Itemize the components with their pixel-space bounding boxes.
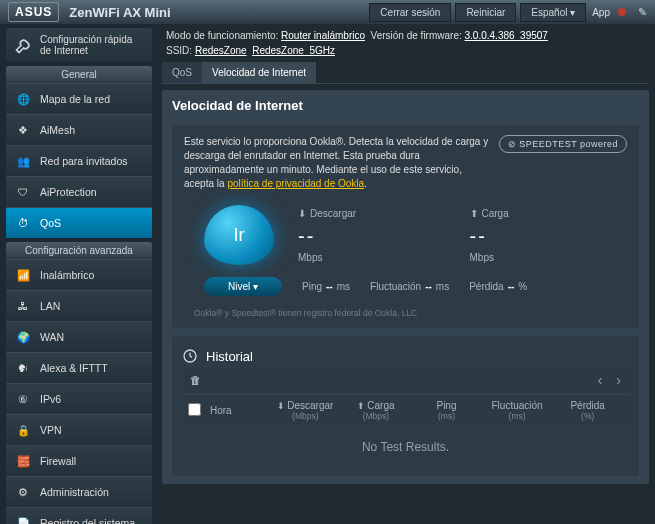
app-link[interactable]: App bbox=[592, 7, 610, 18]
mode-link[interactable]: Router inalámbrico bbox=[281, 30, 365, 41]
history-icon bbox=[182, 348, 198, 364]
sidebar-item-qos[interactable]: ⏱QoS bbox=[6, 207, 152, 238]
quick-internet-setup[interactable]: Configuración rápida de Internet bbox=[6, 28, 152, 62]
history-next-button[interactable]: › bbox=[616, 372, 621, 388]
wrench-icon bbox=[14, 35, 34, 55]
top-bar: ASUS ZenWiFi AX Mini Cerrar sesión Reini… bbox=[0, 0, 655, 24]
speed-panel: Velocidad de Internet Este servicio lo p… bbox=[162, 90, 649, 484]
sidebar-item-firewall[interactable]: 🧱Firewall bbox=[6, 445, 152, 476]
no-results-text: No Test Results. bbox=[182, 426, 629, 468]
sidebar: Configuración rápida de Internet General… bbox=[0, 24, 156, 524]
firewall-icon: 🧱 bbox=[14, 452, 32, 470]
shield-icon: 🛡 bbox=[14, 183, 32, 201]
history-header-row: Hora ⬇Descargar(Mbps) ⬆Carga(Mbps) Ping(… bbox=[182, 394, 629, 426]
sidebar-item-lan[interactable]: 🖧LAN bbox=[6, 290, 152, 321]
sidebar-item-guest-network[interactable]: 👥Red para invitados bbox=[6, 145, 152, 176]
sidebar-item-admin[interactable]: ⚙Administración bbox=[6, 476, 152, 507]
sidebar-item-syslog[interactable]: 📄Registro del sistema bbox=[6, 507, 152, 524]
model-name: ZenWiFi AX Mini bbox=[69, 5, 365, 20]
jitter-metric: Fluctuación -- ms bbox=[370, 281, 449, 292]
lan-icon: 🖧 bbox=[14, 297, 32, 315]
level-button[interactable]: Nivel ▾ bbox=[204, 277, 282, 296]
upload-metric: ⬆Carga -- Mbps bbox=[470, 208, 618, 263]
main-content: Modo de funcionamiento: Router inalámbri… bbox=[156, 24, 655, 524]
history-title: Historial bbox=[206, 349, 253, 364]
sidebar-item-aiprotection[interactable]: 🛡AiProtection bbox=[6, 176, 152, 207]
upload-value: -- bbox=[470, 225, 618, 248]
wan-icon: 🌍 bbox=[14, 328, 32, 346]
delete-history-button[interactable]: 🗑 bbox=[190, 374, 201, 386]
ookla-privacy-link[interactable]: política de privacidad de Ookla bbox=[227, 178, 364, 189]
history-prev-button[interactable]: ‹ bbox=[598, 372, 603, 388]
upload-arrow-icon: ⬆ bbox=[470, 208, 478, 219]
brand-logo: ASUS bbox=[8, 2, 59, 22]
panel-title: Velocidad de Internet bbox=[172, 98, 639, 117]
sidebar-item-vpn[interactable]: 🔒VPN bbox=[6, 414, 152, 445]
sidebar-item-network-map[interactable]: 🌐Mapa de la red bbox=[6, 83, 152, 114]
globe-icon: 🌐 bbox=[14, 90, 32, 108]
sidebar-item-wan[interactable]: 🌍WAN bbox=[6, 321, 152, 352]
sidebar-item-wireless[interactable]: 📶Inalámbrico bbox=[6, 259, 152, 290]
feedback-icon[interactable]: ✎ bbox=[638, 6, 647, 19]
download-arrow-icon: ⬇ bbox=[298, 208, 306, 219]
ping-metric: Ping -- ms bbox=[302, 281, 350, 292]
sidebar-item-ipv6[interactable]: ⑥IPv6 bbox=[6, 383, 152, 414]
reboot-button[interactable]: Reiniciar bbox=[455, 3, 516, 22]
speedometer-icon: ⏱ bbox=[14, 214, 32, 232]
description-text: Este servicio lo proporciona Ookla®. Det… bbox=[184, 135, 489, 191]
speedtest-badge: ⊘ SPEEDTEST powered bbox=[499, 135, 627, 153]
notification-dot-icon bbox=[618, 8, 626, 16]
mesh-icon: ❖ bbox=[14, 121, 32, 139]
tab-internet-speed[interactable]: Velocidad de Internet bbox=[202, 62, 316, 83]
select-all-checkbox[interactable] bbox=[188, 403, 201, 416]
sidebar-item-aimesh[interactable]: ❖AiMesh bbox=[6, 114, 152, 145]
advanced-section-title: Configuración avanzada bbox=[6, 242, 152, 259]
guest-icon: 👥 bbox=[14, 152, 32, 170]
history-card: Historial 🗑 ‹ › Hora ⬇Descargar(Mbps) ⬆C… bbox=[172, 336, 639, 476]
speedtest-card: Este servicio lo proporciona Ookla®. Det… bbox=[172, 125, 639, 328]
ookla-footnote: Ookla® y Speedtest® tienen registro fede… bbox=[184, 306, 627, 318]
log-icon: 📄 bbox=[14, 514, 32, 524]
ipv6-icon: ⑥ bbox=[14, 390, 32, 408]
mode-info: Modo de funcionamiento: Router inalámbri… bbox=[162, 28, 649, 43]
sidebar-item-alexa[interactable]: 🗣Alexa & IFTTT bbox=[6, 352, 152, 383]
admin-icon: ⚙ bbox=[14, 483, 32, 501]
download-metric: ⬇Descargar -- Mbps bbox=[298, 208, 446, 263]
quick-setup-label: Configuración rápida de Internet bbox=[40, 34, 144, 56]
logout-button[interactable]: Cerrar sesión bbox=[369, 3, 451, 22]
ssid-info: SSID: RedesZone RedesZone_5GHz bbox=[162, 43, 649, 58]
loss-metric: Pérdida -- % bbox=[469, 281, 527, 292]
wifi-icon: 📶 bbox=[14, 266, 32, 284]
general-section-title: General bbox=[6, 66, 152, 83]
tab-bar: QoS Velocidad de Internet bbox=[162, 62, 649, 84]
firmware-link[interactable]: 3.0.0.4.386_39507 bbox=[465, 30, 548, 41]
language-select[interactable]: Español ▾ bbox=[520, 3, 586, 22]
alexa-icon: 🗣 bbox=[14, 359, 32, 377]
vpn-icon: 🔒 bbox=[14, 421, 32, 439]
tab-qos[interactable]: QoS bbox=[162, 62, 202, 83]
go-button[interactable]: Ir bbox=[204, 205, 274, 265]
download-value: -- bbox=[298, 225, 446, 248]
